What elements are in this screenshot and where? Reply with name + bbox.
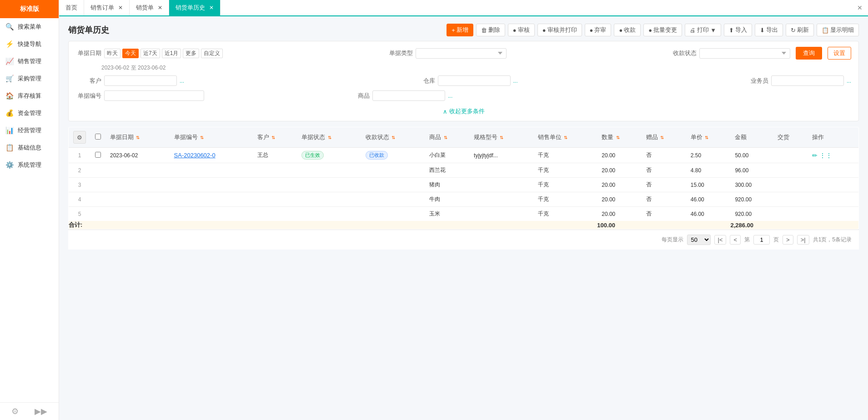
cell-doc-no[interactable] bbox=[170, 207, 253, 221]
col-doc-date[interactable]: 单据日期 ⇅ bbox=[105, 127, 170, 148]
settings-button[interactable]: 设置 bbox=[828, 47, 851, 60]
doc-no-link[interactable]: SA-20230602-0 bbox=[174, 152, 216, 159]
tab-sales-history[interactable]: 销货单历史 ✕ bbox=[169, 0, 221, 15]
row-checkbox[interactable] bbox=[95, 152, 101, 158]
customer-picker-btn[interactable]: ... bbox=[180, 78, 184, 84]
date-btn-more[interactable]: 更多 bbox=[183, 49, 199, 58]
cell-quantity: 20.00 bbox=[597, 163, 642, 178]
date-btn-7days[interactable]: 近7天 bbox=[140, 49, 160, 58]
select-all-checkbox[interactable] bbox=[95, 134, 101, 140]
col-customer[interactable]: 客户 ⇅ bbox=[253, 127, 297, 148]
query-button[interactable]: 查询 bbox=[796, 47, 822, 60]
prev-page-button[interactable]: < bbox=[730, 235, 741, 245]
collect-status-select[interactable] bbox=[699, 48, 790, 59]
print-button[interactable]: 🖨 打印 ▼ bbox=[685, 24, 721, 36]
sidebar-item-search-menu[interactable]: 🔍 搜索菜单 bbox=[0, 18, 59, 35]
next-page-button[interactable]: > bbox=[783, 235, 793, 245]
last-page-button[interactable]: >| bbox=[797, 235, 809, 245]
tab-home[interactable]: 首页 bbox=[59, 0, 84, 15]
cell-checkbox[interactable] bbox=[90, 148, 105, 163]
col-collect-status[interactable]: 收款状态 ⇅ bbox=[361, 127, 425, 148]
collect-button[interactable]: ● 收款 bbox=[614, 24, 641, 36]
docno-input[interactable] bbox=[104, 90, 204, 101]
cell-goods: 猪肉 bbox=[425, 178, 469, 192]
page-header: 销货单历史 + 新增 🗑 删除 ● 审核 ● 审核并打印 bbox=[68, 24, 859, 36]
col-spec-type-sort: ⇅ bbox=[500, 135, 503, 140]
salesperson-input[interactable] bbox=[771, 75, 844, 86]
bar-chart-icon: 📊 bbox=[5, 126, 14, 135]
refresh-button[interactable]: ↻ 刷新 bbox=[786, 24, 814, 36]
col-quantity[interactable]: 数量 ⇅ bbox=[597, 127, 642, 148]
col-goods[interactable]: 商品 ⇅ bbox=[425, 127, 469, 148]
sidebar-item-quick-nav[interactable]: ⚡ 快捷导航 bbox=[0, 35, 59, 53]
cell-doc-date bbox=[105, 178, 170, 192]
filter-row-2: 客户 ... 仓库 ... 业务员 ... bbox=[76, 75, 851, 86]
audit-button[interactable]: ● 审核 bbox=[508, 24, 535, 36]
collapse-filter-btn[interactable]: ∧ 收起更多条件 bbox=[76, 105, 851, 115]
col-sales-unit[interactable]: 销售单位 ⇅ bbox=[533, 127, 597, 148]
cell-checkbox[interactable] bbox=[90, 207, 105, 221]
date-btn-yesterday[interactable]: 昨天 bbox=[104, 49, 120, 58]
sidebar-item-basic-info[interactable]: 📋 基础信息 bbox=[0, 139, 59, 156]
cell-sales-unit: 千克 bbox=[533, 192, 597, 207]
date-btn-1month[interactable]: 近1月 bbox=[162, 49, 181, 58]
cell-doc-no[interactable] bbox=[170, 178, 253, 192]
cell-doc-no[interactable] bbox=[170, 192, 253, 207]
more-action-icon[interactable]: ⋮⋮ bbox=[819, 152, 832, 159]
sidebar-item-inventory-calc[interactable]: 🏠 库存核算 bbox=[0, 87, 59, 105]
col-amount[interactable]: 金额 bbox=[730, 127, 773, 148]
warehouse-input[interactable] bbox=[438, 75, 511, 86]
col-doc-no[interactable]: 单据编号 ⇅ bbox=[170, 127, 253, 148]
detail-icon: 📋 bbox=[822, 27, 829, 34]
sidebar-item-purchase-mgmt[interactable]: 🛒 采购管理 bbox=[0, 70, 59, 87]
cell-doc-no[interactable]: SA-20230602-0 bbox=[170, 148, 253, 163]
doc-status-badge: 已生效 bbox=[301, 151, 324, 160]
sidebar-collapse-icon[interactable]: ▶▶ bbox=[35, 406, 47, 416]
cell-checkbox[interactable] bbox=[90, 192, 105, 207]
goods-input[interactable] bbox=[372, 90, 445, 101]
import-button[interactable]: ⬆ 导入 bbox=[724, 24, 752, 36]
col-doc-status[interactable]: 单据状态 ⇅ bbox=[297, 127, 361, 148]
show-detail-button[interactable]: 📋 显示明细 bbox=[817, 24, 859, 36]
tab-sales-history-close[interactable]: ✕ bbox=[209, 5, 214, 11]
page-size-select[interactable]: 50 100 bbox=[687, 235, 711, 245]
tab-sales-delivery-close[interactable]: ✕ bbox=[158, 5, 162, 11]
cell-checkbox[interactable] bbox=[90, 163, 105, 178]
col-transaction[interactable]: 交货 bbox=[773, 127, 808, 148]
col-settings[interactable]: ⚙ bbox=[69, 127, 91, 148]
col-gift[interactable]: 赠品 ⇅ bbox=[642, 127, 686, 148]
customer-input[interactable] bbox=[104, 75, 177, 86]
goods-picker-btn[interactable]: ... bbox=[448, 93, 452, 99]
date-btn-custom[interactable]: 自定义 bbox=[201, 49, 223, 58]
doc-type-select[interactable] bbox=[416, 48, 507, 59]
window-close-button[interactable]: ✕ bbox=[852, 4, 868, 11]
page-number-input[interactable] bbox=[753, 235, 770, 245]
delete-button[interactable]: 🗑 删除 bbox=[476, 24, 505, 36]
export-button[interactable]: ⬇ 导出 bbox=[755, 24, 783, 36]
sidebar-item-operations-mgmt[interactable]: 📊 经营管理 bbox=[0, 122, 59, 139]
sidebar-item-sales-mgmt[interactable]: 📈 销售管理 bbox=[0, 53, 59, 70]
abandon-button[interactable]: ● 弃审 bbox=[585, 24, 612, 36]
col-spec-type[interactable]: 规格型号 ⇅ bbox=[469, 127, 533, 148]
salesperson-picker-btn[interactable]: ... bbox=[847, 78, 851, 84]
col-checkbox[interactable] bbox=[90, 127, 105, 148]
cell-doc-no[interactable] bbox=[170, 163, 253, 178]
date-btn-today[interactable]: 今天 bbox=[122, 49, 139, 58]
tab-sales-delivery[interactable]: 销货单 ✕ bbox=[130, 0, 169, 15]
tab-sales-order-label: 销售订单 bbox=[90, 4, 114, 12]
edit-action-icon[interactable]: ✏ bbox=[812, 152, 818, 159]
cell-action: ✏⋮⋮ bbox=[808, 148, 859, 163]
add-button[interactable]: + 新增 bbox=[447, 24, 473, 36]
sidebar-settings-icon[interactable]: ⚙ bbox=[11, 406, 19, 416]
col-collect-status-label: 收款状态 bbox=[366, 134, 389, 140]
sidebar-item-system-mgmt[interactable]: ⚙️ 系统管理 bbox=[0, 156, 59, 174]
sidebar-item-finance-mgmt[interactable]: 💰 资金管理 bbox=[0, 105, 59, 122]
col-unit-price[interactable]: 单价 ⇅ bbox=[686, 127, 731, 148]
tab-sales-order[interactable]: 销售订单 ✕ bbox=[84, 0, 130, 15]
batch-change-button[interactable]: ● 批量变更 bbox=[643, 24, 682, 36]
audit-print-button[interactable]: ● 审核并打印 bbox=[537, 24, 582, 36]
warehouse-picker-btn[interactable]: ... bbox=[513, 78, 518, 84]
cell-checkbox[interactable] bbox=[90, 178, 105, 192]
first-page-button[interactable]: |< bbox=[714, 235, 727, 245]
tab-sales-order-close[interactable]: ✕ bbox=[118, 5, 123, 11]
